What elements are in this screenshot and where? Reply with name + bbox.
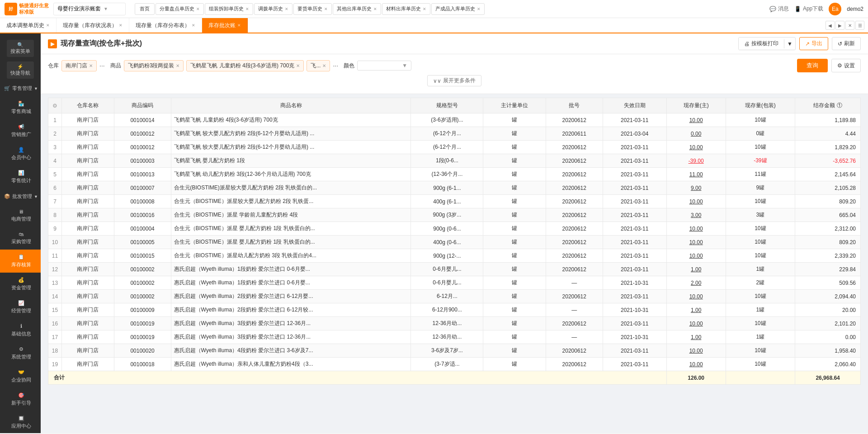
app-download-btn[interactable]: 📱 App下载 xyxy=(794,5,823,13)
cell-qty-main[interactable]: 11.00 xyxy=(666,168,726,181)
warehouse-remove[interactable]: ✕ xyxy=(89,63,93,68)
nav-tab-xiancun2[interactable]: 现存量（库存分布表）✕ xyxy=(129,18,202,33)
cell-qty-main[interactable]: 0.00 xyxy=(666,127,726,141)
cell-qty-main[interactable]: 10.00 xyxy=(666,195,726,208)
cell-spec: 900g (3岁... xyxy=(411,208,483,222)
nav-next[interactable]: ▶ xyxy=(835,21,844,30)
cell-qty-main[interactable]: 10.00 xyxy=(666,141,726,154)
nav-tab-chengben[interactable]: 成本调整单历史 ✕ xyxy=(0,18,57,33)
cell-warehouse: 南岸门店 xyxy=(62,181,114,195)
cell-qty-main[interactable]: 2.00 xyxy=(666,276,726,290)
goods-tag-2[interactable]: 飞鹤星飞帆 儿童奶粉 4段(3-6岁适用) 700克 ✕ xyxy=(186,60,304,71)
expand-arrow[interactable]: ▶ xyxy=(48,39,57,48)
cell-spec: (12-36个月... xyxy=(411,168,483,181)
cell-qty-main[interactable]: 1.00 xyxy=(666,330,726,344)
tab-qita[interactable]: 其他出库单历史 ✕ xyxy=(333,3,381,15)
tab-cailiao[interactable]: 材料出库单历史 ✕ xyxy=(382,3,430,15)
goods-tag-1[interactable]: 飞鹤奶粉3段两提装 ✕ xyxy=(124,60,184,71)
tab-home[interactable]: 首页 xyxy=(135,3,155,15)
cell-batch: 20200612 xyxy=(546,208,603,222)
cell-amount: 665.04 xyxy=(795,208,861,222)
settings-btn[interactable]: ⚙ 设置 xyxy=(831,59,861,72)
tab-yaohuo[interactable]: 要货单历史 ✕ xyxy=(293,3,332,15)
nav-tab-kucun-active[interactable]: 库存批次账 ✕ xyxy=(202,18,248,33)
cell-spec: 400g (0-6... xyxy=(411,236,483,249)
sidebar-item-retail-mall[interactable]: 🏪 零售商城 xyxy=(0,96,41,119)
cell-qty-main[interactable]: 10.00 xyxy=(666,113,726,127)
sidebar-item-guide[interactable]: 🎯 新手引导 xyxy=(0,388,41,411)
goods-label: 商品 xyxy=(110,62,121,70)
operation-label: 经营管理 xyxy=(11,307,31,314)
sidebar-item-purchase[interactable]: 🛍 采购管理 xyxy=(0,227,41,250)
cell-qty-main[interactable]: -39.00 xyxy=(666,154,726,168)
settings-col-icon[interactable]: ⚙ xyxy=(52,103,57,109)
color-dropdown-icon: ▼ xyxy=(402,62,407,69)
cell-warehouse: 南岸门店 xyxy=(62,127,114,141)
sidebar-item-wholesale[interactable]: 📦 批发管理 ▼ xyxy=(0,189,41,204)
col-settings[interactable]: ⚙ xyxy=(48,98,62,113)
cell-qty-main[interactable]: 10.00 xyxy=(666,222,726,236)
sidebar-item-basic[interactable]: ℹ 基础信息 xyxy=(0,319,41,342)
print-dropdown[interactable]: ▼ xyxy=(784,38,795,49)
avatar[interactable]: Ea xyxy=(829,3,841,15)
goods-tag-1-remove[interactable]: ✕ xyxy=(176,63,179,68)
cell-qty-main[interactable]: 10.00 xyxy=(666,344,726,358)
cell-qty-main[interactable]: 1.00 xyxy=(666,263,726,276)
account-selector[interactable]: 母婴行业演示账套 ▼ xyxy=(53,3,126,15)
sidebar-item-collab[interactable]: 🤝 企业协同 xyxy=(0,365,41,388)
cell-qty-main[interactable]: 10.00 xyxy=(666,236,726,249)
cell-qty-main[interactable]: 10.00 xyxy=(666,317,726,330)
cell-batch: 20200612 xyxy=(546,195,603,208)
purchase-label: 采购管理 xyxy=(11,238,31,245)
inventory-icon: 📋 xyxy=(18,254,24,260)
sidebar-quick-nav[interactable]: ⚡ 快捷导航 xyxy=(7,61,34,79)
system-label: 系统管理 xyxy=(11,354,31,360)
cell-qty-main[interactable]: 9.00 xyxy=(666,181,726,195)
sidebar-item-member[interactable]: 👤 会员中心 xyxy=(0,142,41,165)
message-btn[interactable]: 💬 消息 xyxy=(769,5,789,13)
goods-tag-2-remove[interactable]: ✕ xyxy=(296,63,300,68)
refresh-btn[interactable]: ↺ 刷新 xyxy=(832,37,861,50)
goods-tag-more-remove[interactable]: ✕ xyxy=(322,63,326,68)
sidebar-item-operation[interactable]: 📈 经营管理 xyxy=(0,296,41,319)
cell-qty-main[interactable]: 3.00 xyxy=(666,208,726,222)
sidebar-item-finance[interactable]: 💰 资金管理 xyxy=(0,273,41,296)
cell-num: 2 xyxy=(48,127,62,141)
tab-zuzhuang[interactable]: 组装拆卸单历史 ✕ xyxy=(205,3,253,15)
cell-amount: 809.20 xyxy=(795,236,861,249)
warehouse-tag[interactable]: 南岸门店 ✕ xyxy=(61,60,97,71)
nav-tab-xiancun1[interactable]: 现存量（库存状况表）✕ xyxy=(57,18,129,33)
color-dropdown[interactable]: ▼ xyxy=(357,61,411,71)
cell-qty-main[interactable]: 10.00 xyxy=(666,249,726,263)
cell-expiry: 2021-03-11 xyxy=(603,263,666,276)
nav-close[interactable]: ✕ xyxy=(845,21,854,30)
sidebar-search[interactable]: 🔍 搜索英单 xyxy=(7,40,34,57)
cell-qty-main[interactable]: 10.00 xyxy=(666,290,726,303)
cell-code: 00100002 xyxy=(114,276,171,290)
sidebar-item-ecommerce[interactable]: 🖥 电商管理 xyxy=(0,204,41,227)
tab-fenpan[interactable]: 分量盘点单历史 ✕ xyxy=(156,3,204,15)
cell-qty-main[interactable]: 10.00 xyxy=(666,358,726,371)
nav-prev[interactable]: ◀ xyxy=(826,21,835,30)
sidebar-item-marketing[interactable]: 📢 营销推广 xyxy=(0,119,41,142)
nav-menu[interactable]: ☰ xyxy=(855,21,864,30)
expand-btn[interactable]: ∨∨ 展开更多条件 xyxy=(427,75,481,86)
cell-qty-main[interactable]: 1.00 xyxy=(666,303,726,317)
cell-expiry: 2021-10-31 xyxy=(603,330,666,344)
sidebar-item-system[interactable]: ⚙ 系统管理 xyxy=(0,342,41,365)
goods-more-btn[interactable]: ··· xyxy=(333,62,338,69)
sidebar-item-inventory[interactable]: 📋 库存核算 xyxy=(0,250,41,273)
finance-label: 资金管理 xyxy=(11,284,31,291)
goods-tag-more[interactable]: 飞... ✕ xyxy=(307,60,330,71)
sidebar-item-retail-mgmt[interactable]: 🛒 零售管理 ▼ xyxy=(0,80,41,96)
sidebar-item-retail-stats[interactable]: 📊 零售统计 xyxy=(0,165,41,189)
query-btn[interactable]: 查询 xyxy=(797,59,828,72)
warehouse-more-btn[interactable]: ··· xyxy=(99,62,105,69)
sidebar-item-apps[interactable]: 🔲 应用中心 xyxy=(0,411,41,433)
tab-diaob[interactable]: 调拨单历史 ✕ xyxy=(254,3,292,15)
cell-qty-pkg: -39罐 xyxy=(726,154,795,168)
tab-chancheng[interactable]: 产成品入库单历史 ✕ xyxy=(431,3,485,15)
print-btn[interactable]: 🖨 按模板打印 xyxy=(739,38,784,50)
export-btn[interactable]: ↗ 导出 xyxy=(799,37,828,50)
cell-num: 10 xyxy=(48,236,62,249)
